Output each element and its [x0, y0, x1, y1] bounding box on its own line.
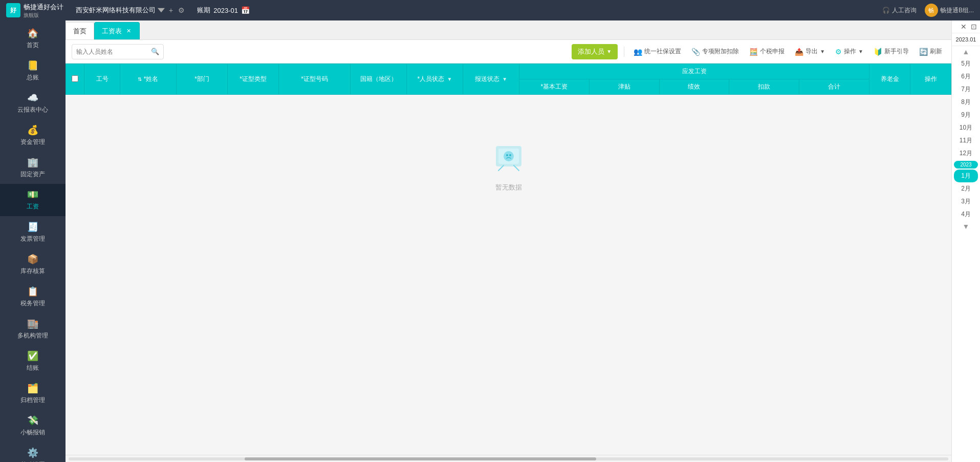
- sidebar-item-inventory[interactable]: 📦 库存核算: [0, 248, 66, 281]
- capital-icon: 💰: [27, 124, 38, 136]
- month-3[interactable]: 3月: [952, 195, 980, 208]
- horizontal-scrollbar[interactable]: [66, 455, 951, 462]
- table-body: 暂无数据: [66, 95, 951, 234]
- top-bar-period-icons: + ⚙: [169, 6, 185, 14]
- sidebar-item-tax[interactable]: 📋 税务管理: [0, 281, 66, 313]
- operation-icon: ⚙: [835, 48, 842, 56]
- salary-icon: 💵: [27, 189, 38, 200]
- month-7[interactable]: 7月: [952, 83, 980, 96]
- sidebar-item-expense[interactable]: 💸 小畅报销: [0, 410, 66, 442]
- month-4[interactable]: 4月: [952, 208, 980, 221]
- month-8[interactable]: 8月: [952, 96, 980, 109]
- month-2[interactable]: 2月: [952, 182, 980, 195]
- multi-icon: 🏬: [27, 318, 38, 329]
- tax-btn[interactable]: 🧮 个税申报: [746, 45, 788, 58]
- col-num: 工号: [84, 64, 120, 95]
- sidebar-item-basic[interactable]: ⚙️ 基础设置: [0, 442, 66, 462]
- company-selector[interactable]: 西安虾米网络科技有限公司: [76, 6, 165, 15]
- sidebar-item-home[interactable]: 🏠 首页: [0, 23, 66, 55]
- refresh-btn[interactable]: 🔄 刷新: [916, 45, 945, 58]
- refresh-label: 刷新: [930, 47, 942, 56]
- social-btn[interactable]: 👥 统一社保设置: [630, 45, 684, 58]
- user-name: 畅捷通B组...: [940, 6, 974, 15]
- hscroll-thumb[interactable]: [245, 457, 597, 460]
- sidebar-label-inventory: 库存核算: [20, 267, 45, 276]
- ledger-icon: 📒: [27, 60, 38, 71]
- month-12[interactable]: 12月: [952, 147, 980, 160]
- special-btn[interactable]: 📎 专项附加扣除: [688, 45, 742, 58]
- export-chevron-icon: ▼: [820, 49, 825, 54]
- special-label: 专项附加扣除: [702, 47, 739, 56]
- tab-close-icon[interactable]: ✕: [125, 28, 132, 35]
- sidebar-item-cloud[interactable]: ☁️ 云报表中心: [0, 87, 66, 119]
- svg-point-3: [506, 154, 508, 156]
- settings-icon[interactable]: ⚙: [178, 6, 185, 14]
- expense-icon: 💸: [27, 415, 38, 426]
- svg-point-2: [504, 151, 514, 161]
- export-btn[interactable]: 📤 导出 ▼: [792, 45, 828, 58]
- sidebar-item-invoice[interactable]: 🧾 发票管理: [0, 216, 66, 248]
- col-idtype: *证型类型: [228, 64, 279, 95]
- panel-period-header: 2023.01: [952, 33, 980, 46]
- search-input[interactable]: [76, 48, 148, 55]
- calendar-icon[interactable]: 📅: [241, 6, 250, 14]
- guide-btn[interactable]: 🔰 新手引导: [870, 45, 912, 58]
- sidebar-item-ledger[interactable]: 📒 总账: [0, 55, 66, 87]
- search-wrap[interactable]: 🔍: [72, 44, 164, 59]
- month-10[interactable]: 10月: [952, 121, 980, 134]
- panel-nav-up[interactable]: ▲: [952, 46, 980, 57]
- sidebar-item-salary[interactable]: 💵 工资: [0, 184, 66, 216]
- col-checkbox[interactable]: [66, 64, 84, 95]
- tab-salary-table[interactable]: 工资表 ✕: [94, 22, 140, 39]
- panel-nav-down[interactable]: ▼: [952, 221, 980, 232]
- sidebar-item-capital[interactable]: 💰 资金管理: [0, 119, 66, 152]
- top-bar-left: 好 畅捷通好会计 旗舰版 西安虾米网络科技有限公司 + ⚙ 账期 2023-01…: [6, 2, 250, 19]
- year-badge-2023: 2023: [954, 161, 978, 169]
- tab-home[interactable]: 首页: [66, 22, 94, 39]
- user-profile[interactable]: 畅 畅捷通B组...: [925, 4, 974, 17]
- archive-icon: 🗂️: [27, 383, 38, 394]
- add-company-icon[interactable]: +: [169, 6, 173, 14]
- top-bar-right: 🎧 人工咨询 畅 畅捷通B组...: [882, 4, 974, 17]
- add-person-button[interactable]: 添加人员 ▼: [572, 44, 618, 59]
- app-edition: 旗舰版: [24, 12, 63, 19]
- search-icon: 🔍: [151, 48, 159, 55]
- human-service-btn[interactable]: 🎧 人工咨询: [882, 6, 917, 15]
- toolbar: 🔍 添加人员 ▼ 👥 统一社保设置 📎 专项附加扣除 🧮 个税申报 📤: [66, 40, 951, 64]
- sidebar-item-settle[interactable]: ✅ 结账: [0, 345, 66, 377]
- month-1-active[interactable]: 1月: [954, 170, 978, 182]
- panel-expand-icon[interactable]: ⊡: [971, 23, 977, 31]
- filter-status-icon[interactable]: ▼: [447, 76, 452, 82]
- refresh-icon: 🔄: [919, 48, 928, 56]
- month-9[interactable]: 9月: [952, 109, 980, 121]
- sort-icon-name: ⇅: [138, 76, 142, 82]
- cloud-icon: ☁️: [27, 92, 38, 103]
- col-report: 报送状态 ▼: [463, 64, 519, 95]
- special-icon: 📎: [691, 48, 700, 56]
- add-chevron-icon: ▼: [606, 49, 612, 54]
- select-all-checkbox[interactable]: [72, 75, 78, 82]
- empty-state: 暂无数据: [66, 95, 951, 233]
- month-11[interactable]: 11月: [952, 134, 980, 147]
- month-6[interactable]: 6月: [952, 70, 980, 83]
- table-group-header: 工号 ⇅ *姓名 *部门 *证型类型 *证型号码: [66, 64, 951, 79]
- sidebar-label-multi: 多机构管理: [17, 331, 48, 340]
- hscroll-track[interactable]: [69, 457, 948, 460]
- settle-icon: ✅: [27, 350, 38, 362]
- month-5[interactable]: 5月: [952, 57, 980, 70]
- main-layout: 🏠 首页 📒 总账 ☁️ 云报表中心 💰 资金管理 🏢 固定资产 💵 工资 🧾 …: [0, 20, 980, 462]
- operation-btn[interactable]: ⚙ 操作 ▼: [832, 45, 866, 58]
- sidebar-item-multi[interactable]: 🏬 多机构管理: [0, 313, 66, 345]
- company-name: 西安虾米网络科技有限公司: [76, 6, 156, 15]
- sidebar-item-asset[interactable]: 🏢 固定资产: [0, 152, 66, 184]
- empty-icon: [488, 136, 529, 177]
- sidebar-item-archive[interactable]: 🗂️ 归档管理: [0, 377, 66, 410]
- sidebar-label-home: 首页: [27, 41, 39, 50]
- sidebar-label-salary: 工资: [27, 202, 39, 211]
- panel-close-icon[interactable]: ✕: [961, 23, 967, 31]
- right-panel: ✕ ⊡ 2023.01 ▲ 5月 6月 7月 8月 9月 10月 11月 12月…: [951, 20, 980, 462]
- filter-report-icon[interactable]: ▼: [502, 76, 507, 82]
- logo-text-wrap: 畅捷通好会计 旗舰版: [24, 2, 63, 19]
- sidebar-label-capital: 资金管理: [20, 138, 45, 146]
- col-basic: *基本工资: [519, 79, 590, 95]
